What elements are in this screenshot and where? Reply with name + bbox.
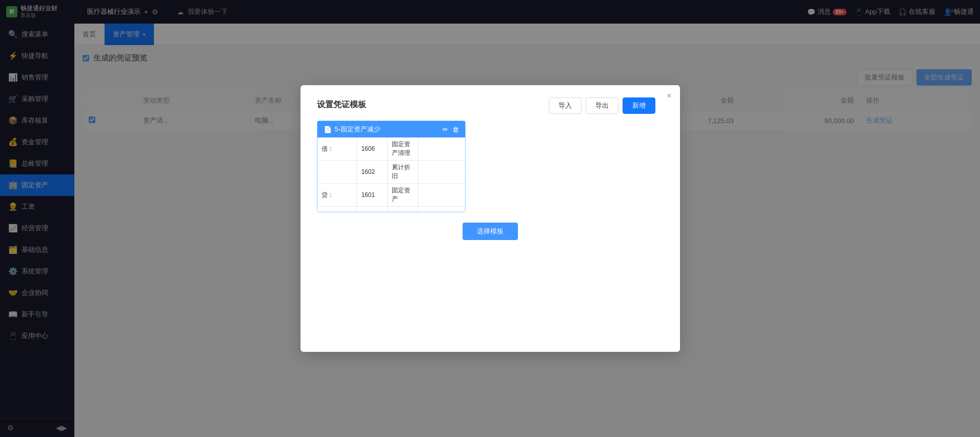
template-card-header: 📄 5-固定资产减少 ✏ 🗑 (317, 121, 465, 137)
new-template-btn[interactable]: 新增 (623, 97, 655, 114)
extra-cell-3b (449, 184, 465, 207)
import-btn[interactable]: 导入 (549, 97, 582, 114)
extra-cell-2a (418, 161, 449, 184)
code-cell-4 (357, 207, 388, 212)
template-name: 5-固定资产减少 (335, 125, 381, 134)
template-accounts-table: 借： 1606 固定资产清理 1602 累计折旧 (317, 137, 465, 212)
direction-cell-4 (317, 207, 357, 212)
template-row-1: 借： 1606 固定资产清理 (317, 137, 465, 161)
name-cell-1: 固定资产清理 (388, 137, 418, 161)
export-btn[interactable]: 导出 (586, 97, 618, 114)
modal-overlay: 设置凭证模板 × 导入 导出 新增 📄 5-固定资产减少 ✏ 🗑 (0, 0, 980, 437)
modal-close-btn[interactable]: × (667, 91, 671, 101)
template-row-2: 1602 累计折旧 (317, 161, 465, 184)
extra-cell-4a (418, 207, 449, 212)
template-doc-icon: 📄 (324, 126, 332, 133)
direction-cell-1: 借： (317, 137, 357, 161)
extra-cell-3a (418, 184, 449, 207)
template-row-3: 贷： 1601 固定资产 (317, 184, 465, 207)
modal: 设置凭证模板 × 导入 导出 新增 📄 5-固定资产减少 ✏ 🗑 (301, 85, 680, 352)
modal-toolbar: 导入 导出 新增 (549, 97, 655, 114)
template-header-actions: ✏ 🗑 (443, 126, 459, 133)
code-cell-3: 1601 (357, 184, 388, 207)
name-cell-4 (388, 207, 418, 212)
template-card-body: 借： 1606 固定资产清理 1602 累计折旧 (317, 137, 465, 212)
template-header-left: 📄 5-固定资产减少 (324, 125, 381, 134)
code-cell-1: 1606 (357, 137, 388, 161)
name-cell-2: 累计折旧 (388, 161, 418, 184)
template-row-4 (317, 207, 465, 212)
direction-cell-2 (317, 161, 357, 184)
code-cell-2: 1602 (357, 161, 388, 184)
choose-template-btn[interactable]: 选择模板 (463, 223, 518, 240)
name-cell-3: 固定资产 (388, 184, 418, 207)
template-card: 📄 5-固定资产减少 ✏ 🗑 借： 1606 固定资产清 (317, 121, 466, 212)
edit-template-icon[interactable]: ✏ (443, 126, 448, 133)
extra-cell-1b (449, 137, 465, 161)
delete-template-icon[interactable]: 🗑 (452, 126, 459, 133)
extra-cell-2b (449, 161, 465, 184)
extra-cell-1a (418, 137, 449, 161)
direction-cell-3: 贷： (317, 184, 357, 207)
extra-cell-4b (449, 207, 465, 212)
